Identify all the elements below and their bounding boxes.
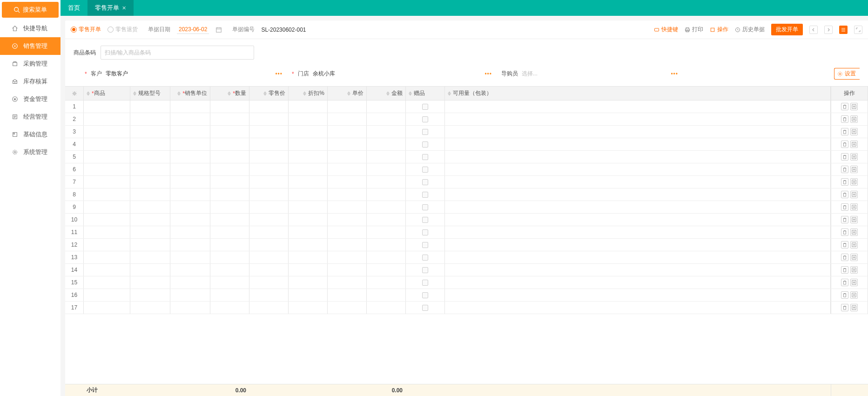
cell-discount[interactable] — [289, 226, 328, 238]
cell-qty[interactable] — [210, 239, 249, 251]
cell-gift[interactable] — [406, 276, 445, 289]
add-row-icon[interactable] — [850, 203, 858, 211]
cell-qty[interactable] — [210, 176, 249, 188]
sidebar-item-sales[interactable]: 销售管理 — [0, 37, 61, 55]
add-row-icon[interactable] — [850, 304, 858, 311]
cell-qty[interactable] — [210, 214, 249, 226]
add-row-icon[interactable] — [850, 216, 858, 223]
guide-select[interactable]: 选择... — [522, 70, 538, 78]
checkbox-icon[interactable] — [422, 255, 428, 261]
cell-unit-price[interactable] — [328, 264, 367, 276]
cell-unit[interactable] — [170, 289, 210, 301]
checkbox-icon[interactable] — [422, 292, 428, 298]
cell-product[interactable] — [84, 163, 130, 175]
table-row[interactable]: 6 — [65, 163, 868, 176]
close-icon[interactable]: ✕ — [122, 5, 126, 11]
cell-gift[interactable] — [406, 176, 445, 188]
cell-spec[interactable] — [130, 113, 170, 125]
cell-spec[interactable] — [130, 239, 170, 251]
cell-qty[interactable] — [210, 126, 249, 138]
next-icon[interactable] — [824, 26, 833, 34]
cell-amount[interactable] — [367, 302, 406, 314]
cell-discount[interactable] — [289, 201, 328, 213]
cell-spec[interactable] — [130, 188, 170, 201]
history-link[interactable]: 历史单据 — [735, 26, 765, 34]
cell-retail-price[interactable] — [249, 113, 289, 125]
cell-unit-price[interactable] — [328, 126, 367, 138]
delete-icon[interactable] — [841, 166, 848, 173]
add-row-icon[interactable] — [850, 178, 858, 186]
cell-amount[interactable] — [367, 264, 406, 276]
print-link[interactable]: 打印 — [685, 26, 703, 34]
sidebar-item-quicknav[interactable]: 快捷导航 — [0, 20, 61, 37]
store-picker-icon[interactable]: ••• — [484, 71, 501, 77]
cell-unit[interactable] — [170, 251, 210, 263]
cell-spec[interactable] — [130, 176, 170, 188]
cell-discount[interactable] — [289, 289, 328, 301]
add-row-icon[interactable] — [850, 153, 858, 161]
cell-qty[interactable] — [210, 151, 249, 163]
cell-retail-price[interactable] — [249, 188, 289, 201]
cell-retail-price[interactable] — [249, 126, 289, 138]
tab-home[interactable]: 首页 — [61, 0, 87, 16]
cell-qty[interactable] — [210, 302, 249, 314]
cell-gift[interactable] — [406, 113, 445, 125]
cell-unit[interactable] — [170, 151, 210, 163]
add-row-icon[interactable] — [850, 128, 858, 135]
cell-unit[interactable] — [170, 226, 210, 238]
delete-icon[interactable] — [841, 266, 848, 274]
delete-icon[interactable] — [841, 203, 848, 211]
th-gear[interactable] — [65, 87, 84, 100]
table-row[interactable]: 14 — [65, 264, 868, 276]
cell-product[interactable] — [84, 138, 130, 150]
cell-spec[interactable] — [130, 251, 170, 263]
cell-gift[interactable] — [406, 214, 445, 226]
checkbox-icon[interactable] — [422, 267, 428, 273]
cell-unit[interactable] — [170, 126, 210, 138]
cell-product[interactable] — [84, 101, 130, 113]
add-row-icon[interactable] — [850, 228, 858, 236]
cell-product[interactable] — [84, 226, 130, 238]
cell-discount[interactable] — [289, 101, 328, 113]
cell-discount[interactable] — [289, 151, 328, 163]
delete-icon[interactable] — [841, 153, 848, 161]
delete-icon[interactable] — [841, 191, 848, 198]
cell-unit-price[interactable] — [328, 251, 367, 263]
delete-icon[interactable] — [841, 115, 848, 123]
table-row[interactable]: 13 — [65, 251, 868, 264]
cell-spec[interactable] — [130, 126, 170, 138]
date-value[interactable]: 2023-06-02 — [177, 25, 209, 34]
cell-unit-price[interactable] — [328, 151, 367, 163]
cell-product[interactable] — [84, 188, 130, 201]
cell-product[interactable] — [84, 113, 130, 125]
guide-picker-icon[interactable]: ••• — [671, 71, 687, 77]
checkbox-icon[interactable] — [422, 104, 428, 110]
operate-link[interactable]: 操作 — [710, 26, 728, 34]
add-row-icon[interactable] — [850, 115, 858, 123]
cell-amount[interactable] — [367, 113, 406, 125]
sidebar-item-inventory[interactable]: 库存核算 — [0, 73, 61, 90]
delete-icon[interactable] — [841, 254, 848, 261]
cell-spec[interactable] — [130, 276, 170, 289]
cell-unit-price[interactable] — [328, 276, 367, 289]
add-row-icon[interactable] — [850, 279, 858, 286]
table-row[interactable]: 5 — [65, 151, 868, 163]
cell-unit[interactable] — [170, 264, 210, 276]
cell-amount[interactable] — [367, 201, 406, 213]
delete-icon[interactable] — [841, 279, 848, 286]
cell-amount[interactable] — [367, 226, 406, 238]
cell-amount[interactable] — [367, 101, 406, 113]
cell-qty[interactable] — [210, 201, 249, 213]
checkbox-icon[interactable] — [422, 217, 428, 223]
sidebar-item-purchase[interactable]: 采购管理 — [0, 55, 61, 73]
cell-unit[interactable] — [170, 276, 210, 289]
delete-icon[interactable] — [841, 291, 848, 299]
delete-icon[interactable] — [841, 141, 848, 148]
cell-spec[interactable] — [130, 138, 170, 150]
cell-qty[interactable] — [210, 289, 249, 301]
cell-discount[interactable] — [289, 188, 328, 201]
checkbox-icon[interactable] — [422, 280, 428, 286]
cell-retail-price[interactable] — [249, 214, 289, 226]
cell-unit-price[interactable] — [328, 113, 367, 125]
cell-spec[interactable] — [130, 101, 170, 113]
